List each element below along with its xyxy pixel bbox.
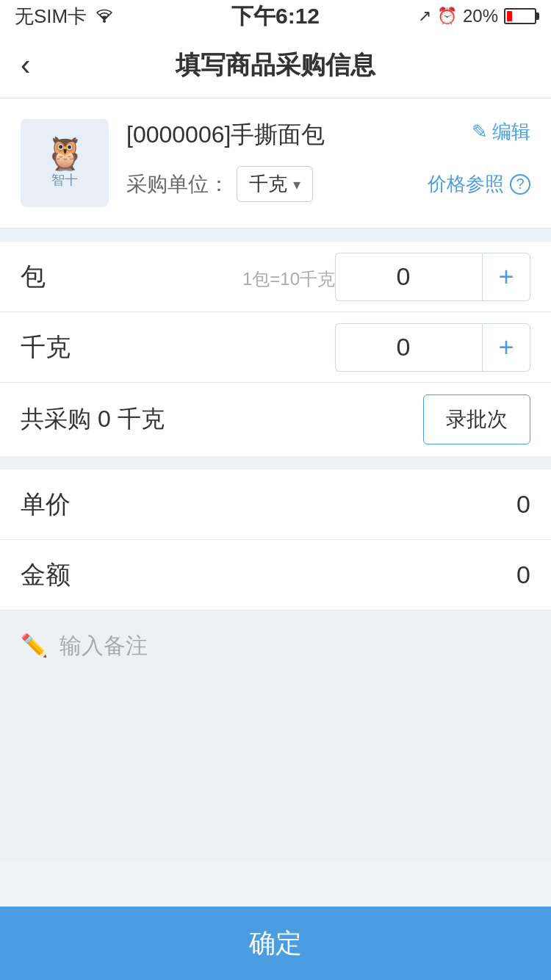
amount-row: 金额 0 — [0, 540, 551, 610]
dropdown-arrow-icon: ▾ — [293, 176, 300, 193]
unit-label: 采购单位： — [126, 170, 229, 198]
bag-input-row: 包 1包=10千克 + — [0, 242, 551, 312]
product-card: 🦉 智十 [0000006]手撕面包 ✎ 编辑 采购单位： 千克 ▾ — [0, 98, 551, 228]
bag-conversion-label: 1包=10千克 — [242, 267, 335, 291]
help-icon: ? — [510, 174, 530, 195]
product-logo-text: 智十 — [45, 171, 85, 189]
edit-icon: ✎ — [472, 120, 488, 143]
status-carrier: 无SIM卡 — [15, 4, 115, 29]
battery-icon — [504, 8, 536, 24]
bag-plus-button[interactable]: + — [482, 253, 530, 301]
batch-record-button[interactable]: 录批次 — [423, 394, 530, 444]
nav-bar: ‹ 填写商品采购信息 — [0, 32, 551, 98]
page-title: 填写商品采购信息 — [176, 48, 375, 82]
total-purchase-text: 共采购 0 千克 — [21, 403, 165, 436]
confirm-button[interactable]: 确定 — [0, 907, 551, 980]
section-divider-2 — [0, 456, 551, 469]
product-logo-icon: 🦉 — [45, 137, 85, 170]
quantity-input-section: 包 1包=10千克 + 千克 + — [0, 242, 551, 383]
unit-value: 千克 — [249, 171, 287, 197]
kg-label: 千克 — [21, 331, 335, 364]
kg-input-row: 千克 + — [0, 312, 551, 383]
svg-point-0 — [103, 20, 106, 23]
kg-input-container: + — [335, 323, 530, 372]
product-image: 🦉 智十 — [21, 119, 109, 207]
kg-quantity-input[interactable] — [335, 323, 482, 372]
unit-price-row: 单价 0 — [0, 469, 551, 540]
pencil-icon: ✏️ — [21, 633, 48, 658]
note-section[interactable]: ✏️ 输入备注 — [0, 610, 551, 860]
status-bar: 无SIM卡 下午6:12 ↗ ⏰ 20% — [0, 0, 551, 32]
status-time: 下午6:12 — [231, 1, 320, 32]
alarm-icon: ⏰ — [437, 7, 457, 26]
section-divider-1 — [0, 228, 551, 242]
note-placeholder: 输入备注 — [60, 631, 148, 661]
battery-percent: 20% — [463, 6, 498, 26]
amount-label: 金额 — [21, 558, 71, 592]
bag-quantity-input[interactable] — [335, 253, 482, 301]
location-icon: ↗ — [418, 7, 431, 26]
amount-value: 0 — [516, 561, 530, 589]
unit-price-value: 0 — [516, 490, 530, 519]
back-button[interactable]: ‹ — [21, 48, 30, 82]
price-reference-button[interactable]: 价格参照 ? — [428, 171, 530, 197]
unit-price-label: 单价 — [21, 488, 71, 522]
price-section: 单价 0 金额 0 — [0, 469, 551, 610]
kg-plus-button[interactable]: + — [482, 323, 530, 372]
status-right-group: ↗ ⏰ 20% — [418, 6, 536, 26]
bag-label: 包 — [21, 260, 235, 294]
product-info: [0000006]手撕面包 ✎ 编辑 采购单位： 千克 ▾ 价格参照 ? — [126, 119, 530, 202]
bag-input-container: + — [335, 253, 530, 301]
product-name: [0000006]手撕面包 — [126, 119, 460, 151]
summary-row: 共采购 0 千克 录批次 — [0, 383, 551, 456]
carrier-text: 无SIM卡 — [15, 4, 87, 29]
wifi-icon — [94, 5, 115, 28]
edit-button[interactable]: ✎ 编辑 — [472, 119, 530, 145]
unit-select[interactable]: 千克 ▾ — [237, 166, 313, 202]
